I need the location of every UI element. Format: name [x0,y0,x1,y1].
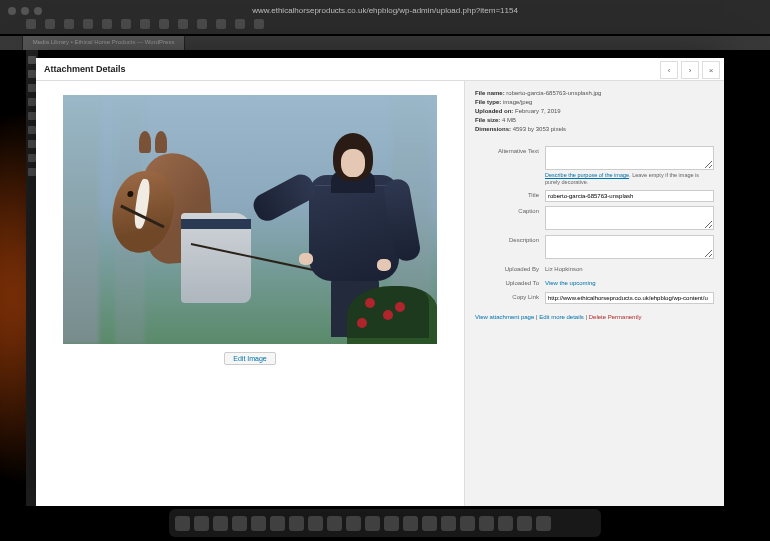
uploaded-by-label: Uploaded By [475,264,545,274]
copy-link-input[interactable] [545,292,714,304]
toolbar-icon[interactable] [159,19,169,29]
toolbar-icon[interactable] [83,19,93,29]
dock-app-icon[interactable] [384,516,399,531]
dock-app-icon[interactable] [441,516,456,531]
dock-app-icon[interactable] [194,516,209,531]
modal-header: Attachment Details ‹ › × [36,58,724,81]
toolbar-icon[interactable] [121,19,131,29]
sidebar-item-icon[interactable] [28,140,36,148]
dock-app-icon[interactable] [270,516,285,531]
meta-file-type: File type: image/jpeg [475,98,714,107]
macos-dock [169,509,601,537]
modal-title: Attachment Details [44,64,126,74]
dock-app-icon[interactable] [536,516,551,531]
caption-input[interactable] [545,206,714,230]
browser-chrome: www.ethicalhorseproducts.co.uk/ehpblog/w… [0,0,770,34]
browser-tab[interactable] [0,36,23,50]
toolbar-icon[interactable] [102,19,112,29]
uploaded-by-value: Liz Hopkinson [545,264,583,274]
prev-attachment-button[interactable]: ‹ [660,61,678,79]
alt-text-hint: Describe the purpose of the image. Leave… [545,172,714,186]
toolbar-icon[interactable] [64,19,74,29]
attachment-details-sidebar: File name: roberto-garcia-685763-unsplas… [464,81,724,506]
browser-tab-active[interactable]: Media Library • Ethical Horse Products —… [23,36,186,50]
dock-app-icon[interactable] [289,516,304,531]
attachment-actions: View attachment page | Edit more details… [475,314,714,320]
meta-file-name: File name: roberto-garcia-685763-unsplas… [475,89,714,98]
title-input[interactable] [545,190,714,202]
toolbar-icon[interactable] [178,19,188,29]
dock-app-icon[interactable] [479,516,494,531]
dock-app-icon[interactable] [403,516,418,531]
dock-app-icon[interactable] [251,516,266,531]
horse-illustration [111,143,231,303]
sidebar-item-icon[interactable] [28,70,36,78]
edit-more-details-link[interactable]: Edit more details [539,314,584,320]
toolbar-icon[interactable] [26,19,36,29]
close-window-icon[interactable] [8,7,16,15]
description-label: Description [475,235,545,260]
sidebar-item-icon[interactable] [28,112,36,120]
dock-app-icon[interactable] [175,516,190,531]
dock-app-icon[interactable] [498,516,513,531]
meta-file-size: File size: 4 MB [475,116,714,125]
close-modal-button[interactable]: × [702,61,720,79]
sidebar-item-icon[interactable] [28,126,36,134]
toolbar-icon[interactable] [197,19,207,29]
dock-app-icon[interactable] [213,516,228,531]
delete-permanently-link[interactable]: Delete Permanently [589,314,642,320]
copy-link-label: Copy Link [475,292,545,304]
toolbar-icons [26,19,264,29]
meta-dimensions: Dimensions: 4593 by 3053 pixels [475,125,714,134]
attachment-image [63,95,437,344]
next-attachment-button[interactable]: › [681,61,699,79]
dock-app-icon[interactable] [517,516,532,531]
uploaded-to-link[interactable]: View the upcoming [545,278,596,288]
sidebar-item-icon[interactable] [28,168,36,176]
toolbar-icon[interactable] [216,19,226,29]
toolbar-icon[interactable] [254,19,264,29]
title-label: Title [475,190,545,202]
minimize-window-icon[interactable] [21,7,29,15]
dock-app-icon[interactable] [346,516,361,531]
sidebar-item-icon[interactable] [28,84,36,92]
toolbar-icon[interactable] [45,19,55,29]
attachment-modal: Attachment Details ‹ › × [36,58,724,506]
dock-app-icon[interactable] [308,516,323,531]
dock-app-icon[interactable] [365,516,380,531]
caption-label: Caption [475,206,545,231]
url-bar[interactable]: www.ethicalhorseproducts.co.uk/ehpblog/w… [252,6,518,15]
dock-app-icon[interactable] [422,516,437,531]
dock-app-icon[interactable] [327,516,342,531]
view-attachment-link[interactable]: View attachment page [475,314,534,320]
alt-text-hint-link[interactable]: Describe the purpose of the image [545,172,629,178]
attachment-preview-pane: Edit Image [36,81,464,506]
toolbar-icon[interactable] [235,19,245,29]
alt-text-label: Alternative Text [475,146,545,186]
meta-uploaded-on: Uploaded on: February 7, 2019 [475,107,714,116]
uploaded-to-label: Uploaded To [475,278,545,288]
sidebar-item-icon[interactable] [28,154,36,162]
dock-app-icon[interactable] [460,516,475,531]
edit-image-button[interactable]: Edit Image [224,352,275,365]
alt-text-input[interactable] [545,146,714,170]
browser-tabs: Media Library • Ethical Horse Products —… [0,36,770,50]
sidebar-item-icon[interactable] [28,56,36,64]
window-controls [8,7,42,15]
description-input[interactable] [545,235,714,259]
sidebar-item-icon[interactable] [28,98,36,106]
zoom-window-icon[interactable] [34,7,42,15]
dock-app-icon[interactable] [232,516,247,531]
toolbar-icon[interactable] [140,19,150,29]
